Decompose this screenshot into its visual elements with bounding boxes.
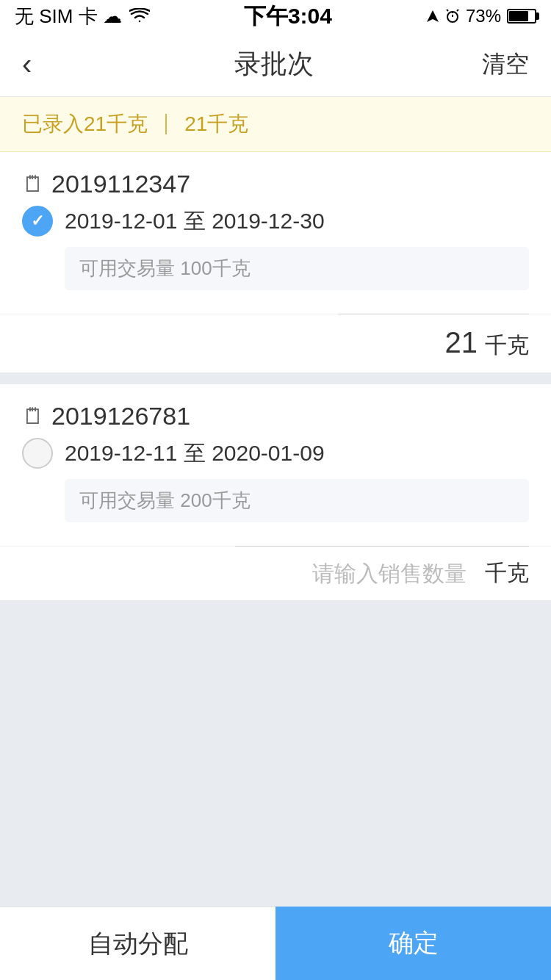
sim-label: 无 SIM 卡 ☁	[15, 4, 122, 29]
auto-distribute-button[interactable]: 自动分配	[0, 907, 276, 980]
qty-input[interactable]	[257, 561, 478, 586]
batch-1-icon: 🗒	[22, 172, 44, 197]
back-button[interactable]: ‹	[22, 48, 66, 81]
page-title: 录批次	[234, 46, 314, 82]
confirm-button[interactable]: 确定	[276, 907, 551, 980]
batch-1-date-row[interactable]: 2019-12-01 至 2019-12-30	[22, 206, 529, 237]
status-left: 无 SIM 卡 ☁	[15, 4, 150, 29]
svg-line-5	[457, 10, 458, 11]
batch-1-unit: 千克	[485, 331, 529, 361]
batch-2-icon: 🗒	[22, 404, 44, 429]
info-divider	[165, 114, 167, 134]
batch-2-date-row[interactable]: 2019-12-11 至 2020-01-09	[22, 438, 529, 469]
status-time: 下午3:04	[244, 1, 332, 32]
batch-1-radio[interactable]	[22, 206, 53, 237]
batch-item-2: 🗒 2019126781 2019-12-11 至 2020-01-09 可用交…	[0, 384, 551, 546]
svg-marker-0	[427, 10, 439, 22]
svg-line-4	[447, 10, 448, 11]
batch-1-date: 2019-12-01 至 2019-12-30	[65, 206, 325, 237]
batch-2-id: 2019126781	[51, 402, 190, 430]
location-icon	[426, 10, 439, 23]
section-separator	[0, 372, 551, 384]
clear-button[interactable]: 清空	[482, 48, 529, 81]
batch-1-amount-value: 21	[445, 326, 478, 359]
battery-percent: 73%	[466, 6, 501, 26]
batch-1-available: 可用交易量 100千克	[79, 257, 251, 279]
recorded-amount: 已录入21千克	[22, 110, 148, 138]
info-banner: 已录入21千克 21千克	[0, 97, 551, 152]
content-area: 🗒 2019112347 2019-12-01 至 2019-12-30 可用交…	[0, 152, 551, 980]
batch-1-amount-row: 21 千克	[0, 314, 551, 372]
batch-2-date: 2019-12-11 至 2020-01-09	[65, 439, 325, 469]
status-right: 73%	[426, 6, 536, 26]
batch-2-available: 可用交易量 200千克	[79, 489, 251, 511]
nav-bar: ‹ 录批次 清空	[0, 32, 551, 97]
alarm-icon	[445, 9, 460, 24]
batch-2-radio[interactable]	[22, 438, 53, 469]
wifi-icon	[129, 8, 150, 24]
batch-2-header: 🗒 2019126781	[22, 402, 529, 430]
total-amount: 21千克	[184, 110, 248, 138]
batch-1-available-box: 可用交易量 100千克	[65, 247, 529, 290]
batch-2-input-row: 千克	[0, 547, 551, 600]
batch-1-id: 2019112347	[51, 170, 190, 198]
batch-2-available-box: 可用交易量 200千克	[65, 479, 529, 522]
status-bar: 无 SIM 卡 ☁ 下午3:04 73%	[0, 0, 551, 32]
batch-2-unit: 千克	[485, 558, 529, 588]
bottom-bar: 自动分配 确定	[0, 907, 551, 980]
batch-1-header: 🗒 2019112347	[22, 170, 529, 198]
batch-item-1: 🗒 2019112347 2019-12-01 至 2019-12-30 可用交…	[0, 152, 551, 314]
battery-icon	[507, 9, 536, 24]
